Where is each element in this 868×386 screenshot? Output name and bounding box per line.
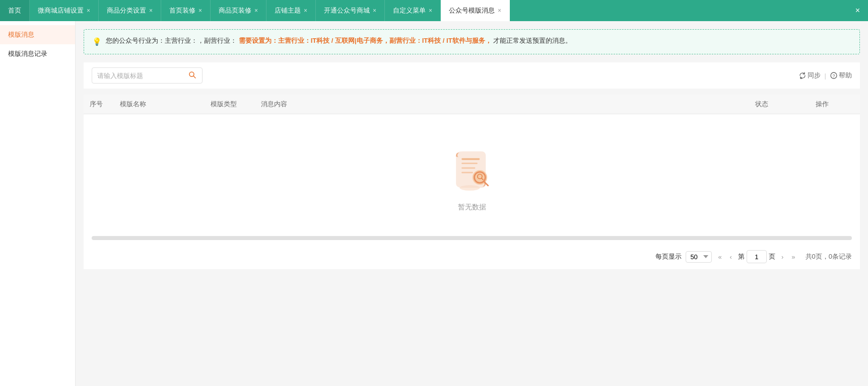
col-header-status: 状态: [749, 95, 810, 114]
notice-box: 💡 您的公众号行业为：主营行业：，副营行业： 需要设置为：主营行业：IT科技 /…: [84, 29, 860, 54]
svg-rect-7: [461, 167, 475, 169]
tab-close-template-message[interactable]: ×: [498, 7, 501, 14]
page-unit: 页: [769, 252, 775, 261]
table-body: 暂无数据: [84, 114, 860, 233]
sync-icon: [799, 72, 806, 79]
sync-button[interactable]: 同步: [799, 71, 821, 80]
col-header-action: 操作: [810, 95, 860, 114]
tab-close-category[interactable]: ×: [149, 7, 153, 14]
col-header-index: 序号: [84, 95, 114, 114]
search-bar: 同步 | ? 帮助: [84, 62, 860, 89]
tab-close-custom-menu[interactable]: ×: [429, 7, 432, 14]
tab-close-store-theme[interactable]: ×: [304, 7, 307, 14]
search-icon: [188, 71, 196, 79]
col-header-type: 模版类型: [205, 95, 255, 114]
page-size-label: 每页显示: [655, 252, 682, 261]
notice-text: 您的公众号行业为：主营行业：，副营行业： 需要设置为：主营行业：IT科技 / 互…: [106, 36, 572, 46]
empty-state: 暂无数据: [84, 114, 860, 232]
first-page-button[interactable]: «: [716, 252, 723, 262]
table-container: 序号 模版名称 模版类型 消息内容 状态: [84, 95, 860, 269]
col-header-content: 消息内容: [255, 95, 749, 114]
tab-custom-menu[interactable]: 自定义菜单 ×: [385, 0, 441, 21]
sidebar-item-template-message[interactable]: 模版消息: [0, 25, 75, 44]
search-left: [92, 67, 196, 84]
total-label: 共0页，0条记录: [806, 252, 852, 261]
notice-icon: 💡: [92, 36, 102, 48]
tab-category[interactable]: 商品分类设置 ×: [99, 0, 161, 21]
page-input-wrap: 第 页: [738, 250, 775, 263]
layout: 模版消息 模版消息记录 💡 您的公众号行业为：主营行业：，副营行业： 需要设置为…: [0, 21, 868, 386]
search-right-divider: |: [825, 72, 826, 80]
search-input[interactable]: [92, 67, 203, 84]
tab-store-theme[interactable]: 店铺主题 ×: [266, 0, 316, 21]
main-content: 💡 您的公众号行业为：主营行业：，副营行业： 需要设置为：主营行业：IT科技 /…: [76, 21, 868, 386]
svg-rect-5: [461, 158, 480, 160]
tab-shop-setting[interactable]: 微商城店铺设置 ×: [30, 0, 99, 21]
tab-close-home-decor[interactable]: ×: [198, 7, 202, 14]
svg-line-1: [193, 76, 195, 78]
tab-wechat-mall[interactable]: 开通公众号商城 ×: [316, 0, 385, 21]
tab-template-message[interactable]: 公众号模版消息 ×: [441, 0, 510, 21]
tab-home-decor[interactable]: 首页装修 ×: [161, 0, 211, 21]
empty-text: 暂无数据: [458, 203, 486, 212]
prev-page-button[interactable]: ‹: [728, 252, 734, 262]
global-close-button[interactable]: ×: [847, 0, 868, 21]
last-page-button[interactable]: »: [789, 252, 797, 262]
tab-close-product-decor[interactable]: ×: [254, 7, 258, 14]
data-table: 序号 模版名称 模版类型 消息内容 状态: [84, 95, 860, 232]
tab-close-wechat-mall[interactable]: ×: [373, 7, 376, 14]
page-input[interactable]: [747, 250, 767, 263]
help-icon: ?: [830, 72, 837, 79]
tab-close-shop-setting[interactable]: ×: [87, 7, 90, 14]
svg-rect-6: [461, 163, 478, 164]
search-button[interactable]: [188, 71, 196, 81]
page-size-select[interactable]: 10 20 50 100: [686, 251, 712, 263]
help-button[interactable]: ? 帮助: [830, 71, 852, 80]
svg-rect-8: [461, 172, 473, 174]
next-page-button[interactable]: ›: [779, 252, 785, 262]
table-header: 序号 模版名称 模版类型 消息内容 状态: [84, 95, 860, 114]
search-right: 同步 | ? 帮助: [799, 71, 852, 80]
scrollbar-area: [84, 232, 860, 244]
tab-product-decor[interactable]: 商品页装修 ×: [211, 0, 266, 21]
empty-state-illustration: [447, 144, 497, 195]
fake-scrollbar[interactable]: [92, 236, 852, 240]
svg-text:?: ?: [832, 73, 835, 79]
sidebar: 模版消息 模版消息记录: [0, 21, 76, 386]
pagination: 每页显示 10 20 50 100 « ‹ 第 页: [84, 244, 860, 269]
tab-bar: 首页 微商城店铺设置 × 商品分类设置 × 首页装修 × 商品页装修 × 店铺主…: [0, 0, 868, 21]
tab-home[interactable]: 首页: [0, 0, 30, 21]
col-header-name: 模版名称: [114, 95, 205, 114]
page-label: 第: [738, 252, 745, 261]
sidebar-item-template-record[interactable]: 模版消息记录: [0, 44, 75, 63]
